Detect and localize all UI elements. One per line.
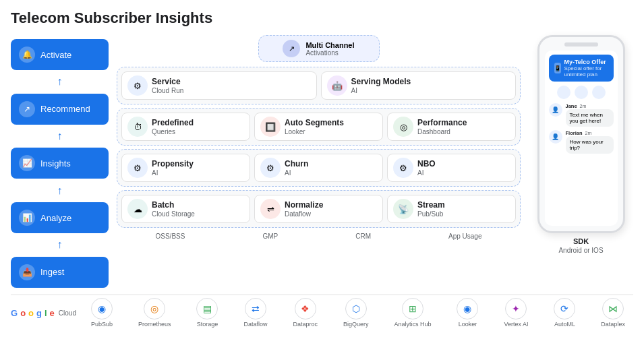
footer-automl[interactable]: ⟳ AutoML	[554, 298, 575, 328]
offer-icon: 📱	[554, 63, 561, 73]
service-cloud-run-box: ⚙ Service Cloud Run	[121, 71, 317, 100]
ingest-row: ☁ Batch Cloud Storage ⇌ Normalize Datafl…	[121, 195, 516, 223]
normalize-icon: ⇌	[260, 199, 281, 219]
vertex-ai-icon: ✦	[505, 298, 527, 319]
serving-models-icon: 🤖	[327, 75, 347, 96]
ingest-icon: 📥	[19, 264, 35, 280]
phone-decorations	[549, 86, 614, 99]
arrow-insights-analyze: ↑	[11, 187, 109, 194]
dataplex-icon: ⋈	[602, 298, 624, 319]
nbo-icon: ⚙	[393, 158, 413, 178]
bottom-labels: OSS/BSS GMP CRM App Usage	[117, 231, 521, 241]
stream-icon: 📡	[393, 199, 413, 219]
footer-dataflow[interactable]: ⇄ Dataflow	[243, 298, 267, 328]
sdk-label: SDK	[573, 237, 589, 245]
looker-icon: ◉	[457, 298, 478, 319]
predefined-icon: ⏱	[127, 117, 148, 137]
storage-icon: ▤	[196, 298, 218, 319]
page-title: Telecom Subscriber Insights	[11, 9, 633, 27]
arrow-activate-recommend: ↑	[11, 78, 109, 85]
analyze-row: ⚙ Propensity AI ⚙ Churn AI	[121, 154, 516, 182]
footer-prometheus[interactable]: ◎ Prometheus	[138, 298, 171, 328]
decoration-dot-3	[592, 86, 606, 99]
footer-icons: ◉ PubSub ◎ Prometheus ▤ Storage ⇄ Datafl…	[83, 298, 633, 328]
analyze-section: ⚙ Propensity AI ⚙ Churn AI	[117, 149, 521, 187]
analyze-button[interactable]: 📊 Analyze	[11, 202, 109, 233]
ingest-section: ☁ Batch Cloud Storage ⇌ Normalize Datafl…	[117, 190, 521, 228]
footer-looker[interactable]: ◉ Looker	[457, 298, 478, 328]
recommend-button[interactable]: ↗ Recommend	[11, 94, 109, 125]
auto-segments-box: 🔲 Auto Segments Looker	[254, 113, 383, 141]
footer-dataproc[interactable]: ❖ Dataproc	[293, 298, 318, 328]
arrow-recommend-insights: ↑	[11, 133, 109, 140]
performance-box: ◎ Performance Dashboard	[387, 113, 516, 141]
dataflow-icon: ⇄	[245, 298, 266, 319]
pubsub-icon: ◉	[91, 298, 113, 319]
phone-mockup: 📱 My-Telco Offer Special offer for unlim…	[529, 35, 633, 292]
service-icon: ⚙	[127, 75, 148, 96]
analytics-hub-icon: ⊞	[402, 298, 423, 319]
predefined-box: ⏱ Predefined Queries	[121, 113, 250, 141]
serving-models-box: 🤖 Serving Models AI	[321, 71, 517, 100]
stream-box: 📡 Stream Pub/Sub	[387, 195, 516, 223]
multi-channel-section: ↗ Multi Channel Activations	[258, 35, 380, 62]
decoration-dot-2	[575, 86, 588, 99]
churn-box: ⚙ Churn AI	[254, 154, 383, 182]
footer: Google Cloud ◉ PubSub ◎ Prometheus ▤ Sto…	[11, 295, 633, 330]
phone-notch	[564, 42, 598, 47]
churn-icon: ⚙	[260, 158, 281, 178]
propensity-icon: ⚙	[127, 158, 148, 178]
content-area: 🔔 Activate ↑ ↗ Recommend ↑ 📈 Insights ↑ …	[11, 35, 633, 292]
center-diagram: ↗ Multi Channel Activations ⚙ Service Cl…	[117, 35, 521, 292]
performance-icon: ◎	[393, 117, 413, 137]
activate-button[interactable]: 🔔 Activate	[11, 39, 109, 70]
arrow-analyze-ingest: ↑	[11, 241, 109, 248]
footer-vertex-ai[interactable]: ✦ Vertex AI	[504, 298, 528, 328]
chat-avatar-jane: 👤	[549, 103, 562, 117]
insights-section: ⏱ Predefined Queries 🔲 Auto Segments Loo…	[117, 108, 521, 146]
normalize-box: ⇌ Normalize Dataflow	[254, 195, 383, 223]
ingest-button[interactable]: 📥 Ingest	[11, 257, 109, 288]
bigquery-icon: ⬡	[345, 298, 367, 319]
recommend-icon: ↗	[19, 101, 35, 117]
prometheus-icon: ◎	[144, 298, 165, 319]
chat-avatar-florian: 👤	[549, 130, 562, 144]
chat-message-2: 👤 Florian 2m How was your trip?	[549, 130, 614, 154]
android-label: Android or IOS	[558, 247, 603, 254]
main-container: Telecom Subscriber Insights 🔔 Activate ↑…	[0, 0, 644, 337]
insights-row: ⏱ Predefined Queries 🔲 Auto Segments Loo…	[121, 113, 516, 141]
footer-storage[interactable]: ▤ Storage	[196, 298, 218, 328]
activate-icon: 🔔	[19, 47, 35, 63]
footer-analytics-hub[interactable]: ⊞ Analytics Hub	[394, 298, 431, 328]
auto-segments-icon: 🔲	[260, 117, 281, 137]
insights-button[interactable]: 📈 Insights	[11, 148, 109, 179]
dataproc-icon: ❖	[295, 298, 316, 319]
chat-message-1: 👤 Jane 2m Text me when you get here!	[549, 103, 614, 127]
phone-screen: 📱 My-Telco Offer Special offer for unlim…	[545, 51, 618, 226]
batch-icon: ☁	[127, 199, 148, 219]
left-sidebar: 🔔 Activate ↑ ↗ Recommend ↑ 📈 Insights ↑ …	[11, 35, 109, 292]
multi-channel-icon: ↗	[283, 40, 300, 57]
automl-icon: ⟳	[554, 298, 575, 319]
analyze-icon: 📊	[19, 210, 35, 226]
multi-channel-text: Multi Channel Activations	[305, 41, 354, 57]
offer-card: 📱 My-Telco Offer Special offer for unlim…	[549, 55, 614, 82]
phone-outer: 📱 My-Telco Offer Special offer for unlim…	[537, 35, 625, 233]
nbo-box: ⚙ NBO AI	[387, 154, 516, 182]
decoration-dot-1	[557, 86, 570, 99]
service-section: ⚙ Service Cloud Run 🤖 Serving Models AI	[117, 67, 521, 104]
google-cloud-logo: Google Cloud	[11, 308, 76, 318]
footer-pubsub[interactable]: ◉ PubSub	[91, 298, 113, 328]
footer-dataplex[interactable]: ⋈ Dataplex	[601, 298, 625, 328]
propensity-box: ⚙ Propensity AI	[121, 154, 250, 182]
insights-icon: 📈	[19, 155, 35, 171]
service-row: ⚙ Service Cloud Run 🤖 Serving Models AI	[121, 71, 516, 100]
batch-box: ☁ Batch Cloud Storage	[121, 195, 250, 223]
footer-bigquery[interactable]: ⬡ BigQuery	[343, 298, 369, 328]
